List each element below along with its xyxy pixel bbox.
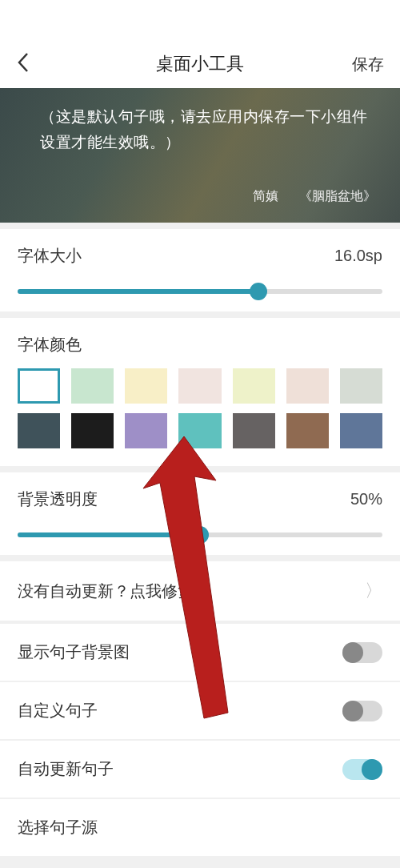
color-swatch[interactable]: [125, 368, 167, 404]
opacity-slider[interactable]: [18, 532, 382, 537]
auto-update-toggle[interactable]: [342, 759, 382, 780]
page-title: 桌面小工具: [156, 52, 244, 76]
color-swatch[interactable]: [340, 413, 382, 448]
color-swatch[interactable]: [286, 368, 329, 404]
custom-label: 自定义句子: [18, 700, 98, 721]
save-button[interactable]: 保存: [352, 54, 384, 75]
opacity-panel: 背景透明度 50%: [0, 472, 400, 555]
source-row[interactable]: 选择句子源: [0, 799, 400, 856]
show-bg-label: 显示句子背景图: [18, 641, 130, 663]
preview-book: 《胭脂盆地》: [299, 189, 376, 203]
status-bar: [0, 0, 400, 40]
color-swatch[interactable]: [18, 368, 60, 404]
font-size-value: 16.0sp: [334, 247, 382, 265]
custom-toggle[interactable]: [342, 701, 382, 721]
preview-meta: 简嫃 《胭脂盆地》: [253, 188, 376, 205]
color-swatch[interactable]: [233, 368, 275, 404]
header-bar: 桌面小工具 保存: [0, 40, 400, 88]
font-size-slider[interactable]: [18, 289, 382, 294]
font-color-panel: 字体颜色: [0, 318, 400, 466]
show-bg-toggle[interactable]: [342, 642, 382, 663]
color-swatch[interactable]: [71, 413, 114, 448]
slider-thumb[interactable]: [250, 283, 267, 300]
auto-update-row: 自动更新句子: [0, 741, 400, 798]
font-color-label: 字体颜色: [18, 334, 382, 356]
back-icon[interactable]: [16, 51, 30, 77]
preview-author: 简嫃: [253, 189, 278, 203]
font-size-label: 字体大小: [18, 245, 82, 267]
widget-preview: （这是默认句子哦，请去应用内保存一下小组件设置才能生效哦。） 简嫃 《胭脂盆地》: [0, 88, 400, 223]
auto-update-label: 自动更新句子: [18, 758, 114, 780]
color-swatch[interactable]: [18, 413, 60, 448]
repair-link-label: 没有自动更新？点我修复: [18, 581, 194, 602]
color-swatch[interactable]: [178, 368, 221, 404]
color-swatch[interactable]: [233, 413, 275, 448]
custom-row: 自定义句子: [0, 682, 400, 739]
show-bg-row: 显示句子背景图: [0, 624, 400, 681]
opacity-value: 50%: [350, 490, 382, 508]
color-swatch[interactable]: [178, 413, 221, 448]
repair-link[interactable]: 没有自动更新？点我修复 〉: [0, 561, 400, 621]
color-swatch[interactable]: [71, 368, 114, 404]
color-swatch[interactable]: [286, 413, 329, 448]
slider-thumb[interactable]: [191, 526, 209, 544]
source-label: 选择句子源: [18, 817, 98, 838]
preview-text: （这是默认句子哦，请去应用内保存一下小组件设置才能生效哦。）: [40, 104, 378, 155]
opacity-label: 背景透明度: [18, 488, 98, 510]
color-swatch[interactable]: [340, 368, 382, 404]
color-swatches: [18, 368, 382, 448]
color-swatch[interactable]: [125, 413, 167, 448]
chevron-right-icon: 〉: [365, 579, 382, 603]
font-size-panel: 字体大小 16.0sp: [0, 229, 400, 311]
